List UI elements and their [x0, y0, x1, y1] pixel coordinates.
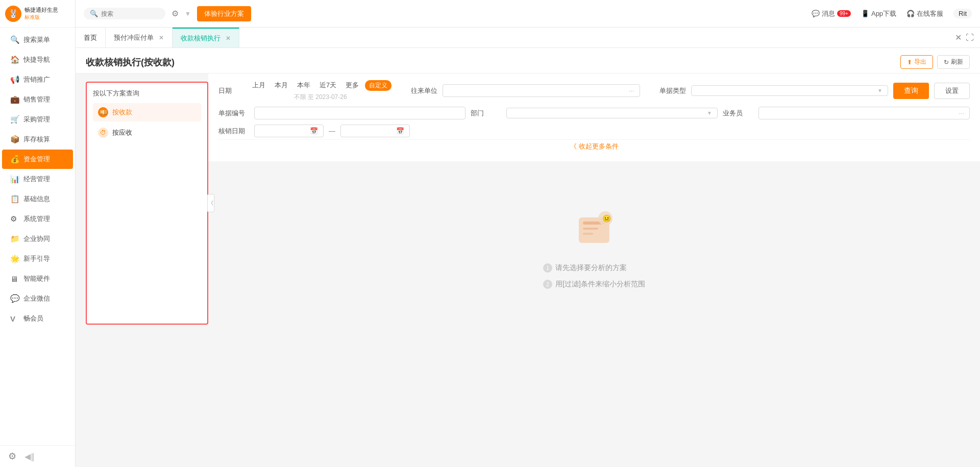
app-icon: 📱 [861, 10, 869, 17]
message-icon: 💬 [812, 10, 820, 17]
verify-date-start-input[interactable]: 2023-03-01 📅 [254, 125, 324, 137]
empty-tip-2: 2 用[过滤]条件来缩小分析范围 [543, 280, 645, 289]
query-option-by-receipt[interactable]: 💴 按收款 [93, 103, 201, 121]
counterparty-input[interactable]: ··· [443, 84, 640, 97]
empty-tip-1: 1 请先选择要分析的方案 [543, 263, 627, 273]
chevron-down-icon: ▼ [877, 88, 883, 93]
marketing-icon: 📢 [10, 75, 19, 84]
tab-receivable[interactable]: 收款核销执行 ✕ [173, 28, 239, 47]
date-filter-label: 日期 [218, 86, 244, 95]
sidebar-item-collab[interactable]: 📁 企业协同 [2, 229, 73, 249]
empty-tip-2-text: 用[过滤]条件来缩小分析范围 [555, 280, 645, 289]
settings-button[interactable]: 设置 [934, 83, 970, 99]
online-service-item[interactable]: 🎧 在线客服 [906, 9, 943, 18]
tab-prepay-label: 预付冲应付单 [114, 33, 154, 42]
sidebar-item-label: 智能硬件 [23, 274, 50, 283]
sidebar-item-inventory[interactable]: 📦 库存核算 [2, 130, 73, 149]
sidebar-item-sales[interactable]: 💼 销售管理 [2, 90, 73, 109]
sidebar-item-system[interactable]: ⚙ 系统管理 [2, 209, 73, 229]
topbar-chevron[interactable]: ▼ [185, 10, 191, 17]
collapse-more-button[interactable]: 《 收起更多条件 [218, 139, 970, 155]
sidebar-item-finance[interactable]: 💰 资金管理 [2, 150, 73, 169]
sidebar-item-label: 营销推广 [23, 75, 50, 84]
query-panel: 按以下方案查询 💴 按收款 ⏱ 按应收 《 [86, 82, 208, 325]
search-input[interactable] [101, 10, 159, 17]
date-shortcut-7days[interactable]: 近7天 [316, 80, 339, 91]
calendar-start-icon[interactable]: 📅 [310, 127, 318, 135]
hardware-icon: 🖥 [10, 275, 19, 283]
sidebar-item-marketing[interactable]: 📢 营销推广 [2, 70, 73, 89]
expand-tabs-icon[interactable]: ⛶ [966, 33, 974, 42]
sidebar-item-purchase[interactable]: 🛒 采购管理 [2, 110, 73, 129]
sidebar-item-search[interactable]: 🔍 搜索菜单 [2, 30, 73, 50]
sidebar-item-basic[interactable]: 📋 基础信息 [2, 189, 73, 209]
sidebar-item-label: 新手引导 [23, 254, 50, 263]
staff-field[interactable] [764, 109, 959, 117]
guide-icon: 🌟 [10, 254, 19, 263]
staff-dots[interactable]: ··· [959, 109, 964, 117]
search-icon: 🔍 [10, 35, 19, 44]
staff-input[interactable]: ··· [758, 107, 970, 119]
user-profile[interactable]: Rit [953, 9, 972, 18]
export-button[interactable]: ⬆ 导出 [900, 55, 933, 69]
verify-date-start-field[interactable]: 2023-03-01 [260, 127, 306, 135]
tab-receivable-label: 收款核销执行 [181, 34, 220, 43]
sidebar-item-label: 快捷导航 [23, 55, 50, 64]
dept-chevron-icon: ▼ [707, 110, 712, 116]
calendar-end-icon[interactable]: 📅 [396, 127, 404, 135]
solution-button[interactable]: 体验行业方案 [197, 6, 251, 21]
date-shortcut-custom[interactable]: 自定义 [365, 80, 391, 91]
svg-text:😐: 😐 [602, 214, 611, 223]
collapse-panel-button[interactable]: 《 [207, 194, 214, 212]
query-option-by-receivable[interactable]: ⏱ 按应收 [93, 124, 201, 142]
tip-num-2: 2 [543, 280, 552, 289]
sidebar-item-member[interactable]: V 畅会员 [2, 309, 73, 328]
counterparty-dots[interactable]: ··· [629, 87, 634, 94]
svg-rect-2 [583, 228, 598, 230]
close-prepay-tab[interactable]: ✕ [159, 34, 164, 41]
close-receivable-tab[interactable]: ✕ [226, 35, 231, 42]
search-box[interactable]: 🔍 [84, 8, 165, 19]
online-service-label: 在线客服 [917, 9, 943, 18]
dept-select[interactable]: ▼ [506, 108, 718, 118]
bill-type-select[interactable]: ▼ [691, 85, 888, 96]
sidebar-item-operation[interactable]: 📊 经营管理 [2, 169, 73, 189]
verify-date-end-field[interactable]: 2023-07-21 [346, 127, 392, 135]
query-button[interactable]: 查询 [893, 83, 929, 99]
date-shortcut-more[interactable]: 更多 [342, 80, 362, 91]
query-option-receipt-label: 按收款 [112, 108, 132, 117]
tab-prepay[interactable]: 预付冲应付单 ✕ [106, 28, 173, 47]
verify-date-label: 核销日期 [218, 127, 249, 136]
staff-label: 业务员 [723, 109, 753, 118]
close-all-tabs-icon[interactable]: ✕ [955, 33, 962, 42]
sidebar-item-label: 基础信息 [23, 194, 50, 204]
bill-number-field[interactable] [260, 109, 460, 117]
collab-icon: 📁 [10, 234, 19, 243]
sidebar-item-weixin[interactable]: 💬 企业微信 [2, 289, 73, 308]
sidebar-item-hardware[interactable]: 🖥 智能硬件 [2, 269, 73, 288]
date-shortcut-this-year[interactable]: 本年 [294, 80, 313, 91]
sidebar-bottom: ⚙ ◀‖ [0, 445, 75, 467]
content-area: 收款核销执行(按收款) ⬆ 导出 ↻ 刷新 按以下方案查询 [76, 48, 980, 467]
counterparty-field[interactable] [448, 87, 629, 94]
sidebar-item-nav[interactable]: 🏠 快捷导航 [2, 50, 73, 69]
collapse-sidebar-icon[interactable]: ◀‖ [24, 452, 35, 461]
sales-icon: 💼 [10, 95, 19, 104]
basic-icon: 📋 [10, 194, 19, 204]
gear-icon[interactable]: ⚙ [172, 9, 179, 18]
finance-icon: 💰 [10, 155, 19, 164]
sidebar-item-label: 销售管理 [23, 95, 50, 104]
topbar: 🔍 ⚙ ▼ 体验行业方案 💬 消息 99+ 📱 App下载 🎧 在线客服 Rit [76, 0, 980, 28]
message-badge-item[interactable]: 💬 消息 99+ [812, 9, 851, 18]
verify-date-end-input[interactable]: 2023-07-21 📅 [340, 125, 410, 137]
tab-home[interactable]: 首页 [76, 28, 106, 47]
app-download-item[interactable]: 📱 App下载 [861, 9, 896, 18]
refresh-button[interactable]: ↻ 刷新 [937, 55, 970, 69]
settings-icon[interactable]: ⚙ [8, 451, 16, 462]
empty-illustration: 😐 [569, 202, 620, 253]
bill-number-input[interactable] [254, 107, 465, 119]
sidebar-item-guide[interactable]: 🌟 新手引导 [2, 249, 73, 268]
date-shortcut-this-month[interactable]: 本月 [272, 80, 291, 91]
date-shortcut-last-month[interactable]: 上月 [249, 80, 268, 91]
system-icon: ⚙ [10, 214, 19, 224]
